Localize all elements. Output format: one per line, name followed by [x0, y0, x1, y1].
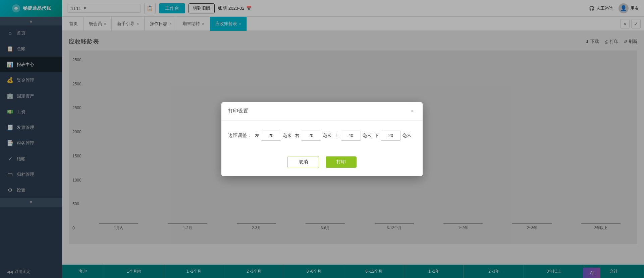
cancel-button[interactable]: 取消 [287, 156, 319, 168]
print-settings-dialog: 打印设置 × 边距调整： 左 毫米 右 毫米 上 毫米 [221, 102, 423, 176]
top-label: 上 [335, 133, 339, 139]
modal-body: 边距调整： 左 毫米 右 毫米 上 毫米 下 [221, 121, 423, 151]
modal-footer: 取消 打印 [221, 151, 423, 176]
right-label: 右 [295, 133, 299, 139]
margin-left-input[interactable] [261, 131, 281, 141]
margin-bottom-group: 下 毫米 [375, 131, 411, 141]
margin-bottom-input[interactable] [381, 131, 401, 141]
margin-top-input[interactable] [341, 131, 361, 141]
margin-right-group: 右 毫米 [295, 131, 331, 141]
modal-close-button[interactable]: × [409, 108, 416, 115]
modal-header: 打印设置 × [221, 102, 423, 121]
margin-right-input[interactable] [301, 131, 321, 141]
left-unit: 毫米 [283, 133, 291, 139]
print-confirm-button[interactable]: 打印 [326, 156, 357, 168]
margin-row: 边距调整： 左 毫米 右 毫米 上 毫米 下 [228, 131, 416, 141]
margin-left-group: 左 毫米 [255, 131, 291, 141]
modal-overlay[interactable]: 打印设置 × 边距调整： 左 毫米 右 毫米 上 毫米 [0, 0, 644, 278]
top-unit: 毫米 [363, 133, 371, 139]
bottom-unit: 毫米 [402, 133, 411, 139]
margin-top-group: 上 毫米 [335, 131, 371, 141]
modal-title: 打印设置 [228, 108, 248, 114]
margin-label: 边距调整： [228, 133, 252, 139]
right-unit: 毫米 [323, 133, 331, 139]
left-label: 左 [255, 133, 259, 139]
bottom-label: 下 [375, 133, 379, 139]
